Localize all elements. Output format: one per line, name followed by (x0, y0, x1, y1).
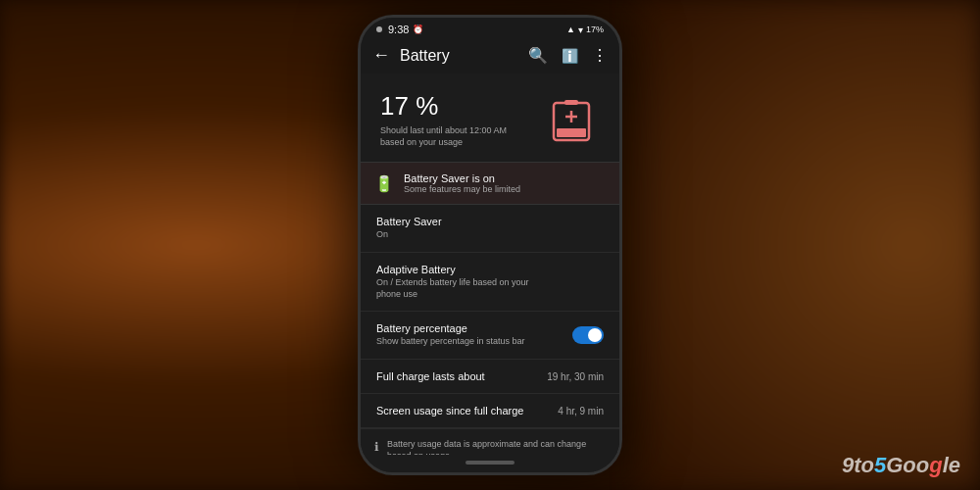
adaptive-battery-title: Adaptive Battery (376, 264, 543, 275)
full-charge-item: Full charge lasts about 19 hr, 30 min (361, 360, 619, 394)
battery-percentage-title: Battery percentage (376, 322, 525, 334)
svg-rect-2 (557, 128, 586, 137)
back-icon: ← (372, 45, 390, 66)
adaptive-battery-item-left: Adaptive Battery On / Extends battery li… (376, 264, 543, 300)
home-indicator[interactable] (361, 455, 619, 472)
svg-rect-1 (564, 100, 578, 105)
battery-percentage-item[interactable]: Battery percentage Show battery percenta… (361, 312, 619, 360)
battery-saver-icon: 🔋 (374, 174, 394, 193)
battery-saver-item-left: Battery Saver On (376, 216, 442, 241)
battery-status-text: 17% (586, 24, 604, 34)
adaptive-battery-sub: On / Extends battery life based on your … (376, 277, 543, 300)
phone-frame: 9:38 ⏰ ▲ ▾ 17% ← Battery 🔍 ℹ️ ⋮ (358, 15, 622, 475)
battery-percent-info: 17 % Should last until about 12:00 AM ba… (380, 91, 508, 148)
phone-screen: 9:38 ⏰ ▲ ▾ 17% ← Battery 🔍 ℹ️ ⋮ (358, 15, 622, 475)
full-charge-item-left: Full charge lasts about (376, 370, 485, 382)
search-button[interactable]: 🔍 (528, 46, 548, 65)
nav-actions: 🔍 ℹ️ ⋮ (528, 46, 608, 65)
info-text: Battery usage data is approximate and ca… (387, 439, 606, 455)
screen-content: 17 % Should last until about 12:00 AM ba… (361, 74, 619, 455)
battery-saver-title: Battery Saver (376, 216, 442, 227)
page-title: Battery (400, 47, 518, 65)
battery-percentage-sub: Show battery percentage in status bar (376, 336, 525, 348)
alarm-icon: ⏰ (413, 24, 423, 34)
back-button[interactable]: ← (372, 45, 390, 66)
status-bar: 9:38 ⏰ ▲ ▾ 17% (361, 18, 619, 37)
battery-saver-banner[interactable]: 🔋 Battery Saver is on Some features may … (361, 162, 619, 205)
banner-text: Battery Saver is on Some features may be… (404, 172, 520, 194)
battery-percentage-toggle[interactable] (572, 326, 604, 344)
battery-icon (547, 93, 600, 146)
full-charge-title: Full charge lasts about (376, 370, 485, 382)
banner-title: Battery Saver is on (404, 172, 520, 184)
status-icons: ▲ ▾ 17% (566, 24, 604, 35)
adaptive-battery-item[interactable]: Adaptive Battery On / Extends battery li… (361, 253, 619, 312)
full-charge-value: 19 hr, 30 min (547, 371, 604, 382)
battery-percentage-item-left: Battery percentage Show battery percenta… (376, 322, 525, 348)
screen-usage-title: Screen usage since full charge (376, 405, 523, 416)
watermark: 9to5Google (842, 453, 960, 478)
signal-icon: ▲ (566, 24, 575, 34)
battery-saver-sub: On (376, 229, 442, 241)
status-time: 9:38 (388, 24, 409, 35)
battery-percent-subtitle: Should last until about 12:00 AM based o… (380, 125, 508, 148)
help-button[interactable]: ℹ️ (562, 48, 578, 64)
toggle-knob (588, 328, 602, 342)
screen-usage-value: 4 hr, 9 min (558, 406, 604, 416)
info-icon: ℹ (374, 440, 379, 454)
screen-usage-item: Screen usage since full charge 4 hr, 9 m… (361, 394, 619, 428)
more-button[interactable]: ⋮ (592, 46, 608, 65)
battery-hero: 17 % Should last until about 12:00 AM ba… (361, 74, 619, 162)
battery-percent-value: 17 % (380, 91, 508, 122)
info-notice-row: ℹ Battery usage data is approximate and … (361, 428, 619, 455)
home-bar (466, 461, 514, 465)
wifi-icon: ▾ (578, 24, 583, 35)
nav-bar: ← Battery 🔍 ℹ️ ⋮ (361, 37, 619, 74)
banner-subtitle: Some features may be limited (404, 184, 520, 194)
camera-dot (376, 26, 382, 32)
battery-saver-item[interactable]: Battery Saver On (361, 205, 619, 253)
settings-list: Battery Saver On Adaptive Battery On / E… (361, 205, 619, 428)
screen-usage-item-left: Screen usage since full charge (376, 405, 523, 416)
